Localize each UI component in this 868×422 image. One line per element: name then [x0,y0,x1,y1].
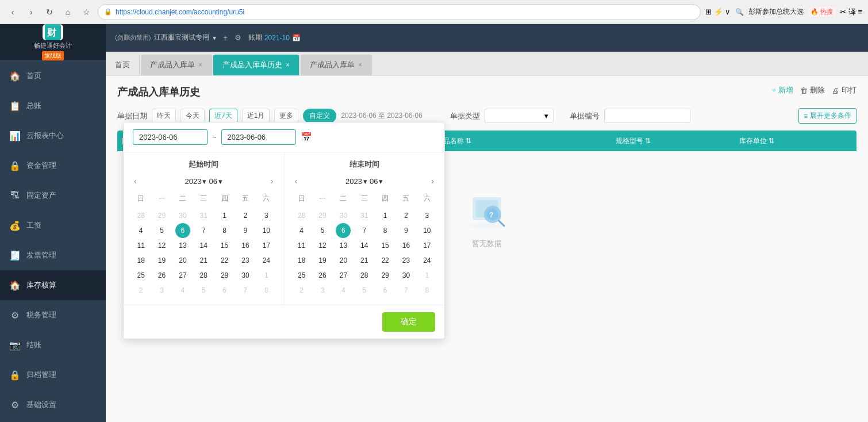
start-year-btn[interactable]: 2023 ▾ [185,177,207,186]
cal-day[interactable]: 21 [354,253,375,268]
th-product-name[interactable]: 产品名称 ⇅ [429,136,609,146]
today-btn[interactable]: 今天 [180,109,205,123]
cal-day[interactable]: 1 [417,268,437,283]
sidebar-item-home[interactable]: 🏠 首页 [0,61,106,91]
tab-0[interactable]: 首页 [106,55,140,75]
calendar-picker-icon[interactable]: 📅 [301,132,312,143]
cal-day[interactable]: 28 [291,208,312,223]
sidebar-item-assets[interactable]: 🏗 固定资产 [0,181,106,210]
cal-day[interactable]: 20 [333,253,354,268]
calendar-icon[interactable]: 📅 [292,34,301,42]
cal-day[interactable]: 30 [395,268,416,283]
cal-day[interactable]: 23 [235,253,256,268]
cal-day[interactable]: 5 [354,283,375,298]
cal-day[interactable]: 20 [172,253,193,268]
last1month-btn[interactable]: 近1月 [242,109,270,123]
sidebar-item-guide[interactable]: ▶ 新手引导 [0,420,106,422]
tab-3[interactable]: 产成品入库单× [301,55,372,75]
cal-day[interactable]: 7 [354,223,375,238]
end-month-btn[interactable]: 06 ▾ [370,177,383,186]
start-month-btn[interactable]: 06 ▾ [209,177,222,186]
cal-day[interactable]: 17 [256,238,276,253]
cal-day[interactable]: 21 [193,253,214,268]
cal-day[interactable]: 28 [193,268,214,283]
cal-day[interactable]: 31 [193,208,214,223]
cal-day[interactable]: 13 [333,238,354,253]
cal-day[interactable]: 19 [151,253,172,268]
cal-day[interactable]: 9 [395,223,416,238]
cal-day[interactable]: 18 [291,253,312,268]
sidebar-item-archive[interactable]: 🔒 归档管理 [0,360,106,390]
cal-day[interactable]: 27 [172,268,193,283]
settings-icon[interactable]: ⚙ [235,33,241,42]
sidebar-item-report[interactable]: 📊 云报表中心 [0,121,106,151]
cal-day[interactable]: 28 [354,268,375,283]
cal-day[interactable]: 11 [291,238,312,253]
cal-day[interactable]: 3 [312,283,333,298]
cal-day[interactable]: 2 [235,208,256,223]
star-button[interactable]: ☆ [79,5,93,19]
cal-day[interactable]: 10 [417,223,437,238]
sidebar-item-settings[interactable]: ⚙ 基础设置 [0,390,106,420]
tab-close-1[interactable]: × [198,61,202,69]
end-next-btn[interactable]: › [428,175,437,187]
cal-day[interactable]: 31 [354,208,375,223]
cal-day[interactable]: 2 [130,283,151,298]
yesterday-btn[interactable]: 昨天 [152,109,176,123]
end-prev-btn[interactable]: ‹ [291,175,301,187]
start-prev-btn[interactable]: ‹ [130,175,140,187]
cal-day[interactable]: 4 [172,283,193,298]
confirm-button[interactable]: 确定 [382,312,435,332]
cal-day[interactable]: 24 [417,253,437,268]
sidebar-item-funds[interactable]: 🔒 资金管理 [0,151,106,181]
cal-day[interactable]: 30 [235,268,256,283]
cal-day[interactable]: 6 [214,283,235,298]
end-date-input[interactable] [221,129,296,145]
cal-day[interactable]: 8 [256,283,276,298]
more-btn[interactable]: 更多 [274,109,298,123]
sidebar-item-invoice[interactable]: 🧾 发票管理 [0,240,106,270]
cal-day[interactable]: 5 [193,283,214,298]
cal-day[interactable]: 22 [214,253,235,268]
cal-day[interactable]: 25 [130,268,151,283]
cal-day[interactable]: 14 [193,238,214,253]
cal-day[interactable]: 3 [151,283,172,298]
th-unit[interactable]: 库存单位 ⇅ [732,136,857,146]
cal-day[interactable]: 11 [130,238,151,253]
cal-day[interactable]: 7 [193,223,214,238]
number-input[interactable] [604,109,690,123]
cal-day[interactable]: 25 [291,268,312,283]
sidebar-item-ledger[interactable]: 📋 总账 [0,91,106,121]
cal-day[interactable]: 29 [214,268,235,283]
start-date-input[interactable] [133,129,208,145]
cal-day[interactable]: 29 [312,208,333,223]
cal-day[interactable]: 24 [256,253,276,268]
cal-day[interactable]: 30 [333,208,354,223]
cal-day[interactable]: 3 [417,208,437,223]
company-selector[interactable]: (勿删勿禁用) 江西服宝测试专用 ▾ [115,33,216,43]
end-year-btn[interactable]: 2023 ▾ [345,177,367,186]
cal-day[interactable]: 7 [395,283,416,298]
cal-day[interactable]: 30 [172,208,193,223]
type-dropdown[interactable]: ▾ [485,109,554,123]
cal-day[interactable]: 29 [375,268,395,283]
th-spec[interactable]: 规格型号 ⇅ [609,136,733,146]
cal-day[interactable]: 6 [336,223,351,238]
cal-day[interactable]: 18 [130,253,151,268]
cal-day[interactable]: 16 [395,238,416,253]
cal-day[interactable]: 16 [235,238,256,253]
tab-2[interactable]: 产成品入库单历史× [213,55,299,75]
cal-day[interactable]: 4 [291,223,312,238]
cal-day[interactable]: 23 [395,253,416,268]
cal-day[interactable]: 17 [417,238,437,253]
cal-day[interactable]: 27 [333,268,354,283]
cal-day[interactable]: 1 [375,208,395,223]
cal-day[interactable]: 6 [175,223,190,238]
sidebar-item-salary[interactable]: 💰 工资 [0,210,106,240]
tab-1[interactable]: 产成品入库单× [141,55,212,75]
cal-day[interactable]: 1 [214,208,235,223]
sidebar-item-tax[interactable]: ⚙ 税务管理 [0,300,106,330]
refresh-button[interactable]: ↻ [43,5,56,19]
cal-day[interactable]: 4 [333,283,354,298]
sidebar-item-inventory[interactable]: 🏠 库存核算 [0,270,106,300]
